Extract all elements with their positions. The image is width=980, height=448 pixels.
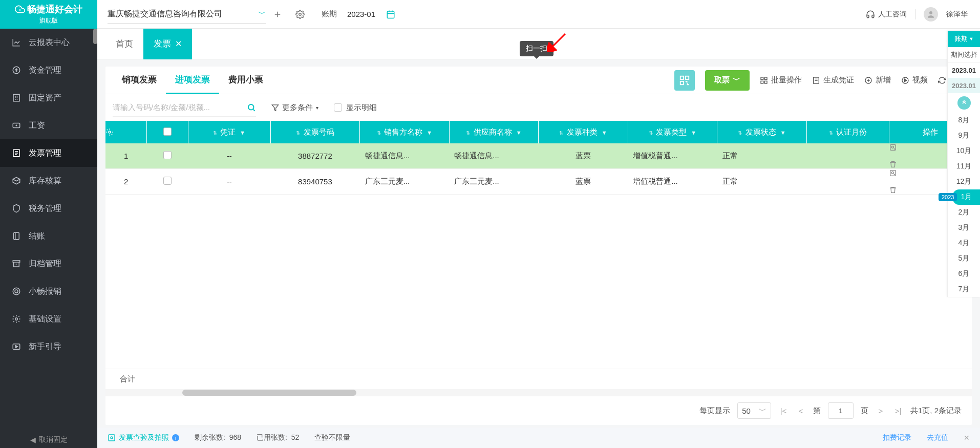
page-suffix: 页 <box>861 406 868 416</box>
column-header[interactable]: ⇅ 发票类型 ▼ <box>628 121 717 143</box>
month-item[interactable]: 5月 <box>948 251 980 266</box>
horizontal-scrollbar[interactable] <box>105 389 972 396</box>
sort-icon: ⇅ <box>377 130 381 136</box>
video-button[interactable]: 视频 <box>901 75 928 85</box>
sidebar-item-close-book[interactable]: 结账 <box>0 222 97 250</box>
column-header[interactable]: ⇅ 发票状态 ▼ <box>717 121 807 143</box>
svg-point-32 <box>109 131 111 133</box>
period-year-from[interactable]: 2023.01 <box>948 62 980 78</box>
column-header[interactable]: ⇅ 供应商名称 ▼ <box>449 121 539 143</box>
calendar-icon[interactable] <box>385 8 397 20</box>
svg-rect-1 <box>387 11 394 18</box>
fetch-invoice-button[interactable]: 取票﹀ <box>705 70 750 91</box>
filter-icon[interactable]: ▼ <box>602 130 607 136</box>
filter-icon[interactable]: ▼ <box>780 130 786 136</box>
close-icon[interactable]: ✕ <box>175 39 182 49</box>
sidebar-item-tax[interactable]: 税务管理 <box>0 195 97 222</box>
period-panel-header-btn[interactable]: 账期▼ <box>948 31 980 47</box>
month-item[interactable]: 10月 <box>948 143 980 159</box>
company-selector[interactable]: 重庆畅捷交通信息咨询有限公司 ﹀ <box>108 5 266 24</box>
add-icon[interactable] <box>271 8 284 20</box>
sidebar-item-settings[interactable]: 基础设置 <box>0 305 97 333</box>
filter-icon[interactable]: ▼ <box>516 130 522 136</box>
month-item[interactable]: 12月 <box>948 174 980 189</box>
svg-rect-25 <box>764 81 767 83</box>
subtab-销项发票[interactable]: 销项发票 <box>113 67 166 94</box>
month-item[interactable]: 3月 <box>948 220 980 236</box>
cell-type: 增值税普通... <box>628 169 717 195</box>
month-item[interactable]: 1月2023 <box>953 189 980 205</box>
generate-voucher-button[interactable]: 生成凭证 <box>812 75 854 85</box>
more-conditions-button[interactable]: 更多条件▾ <box>271 103 318 113</box>
cell-status: 正常 <box>717 169 807 195</box>
sidebar-item-invoice[interactable]: 发票管理 <box>0 139 97 167</box>
logo[interactable]: 畅捷通好会计 旗舰版 <box>0 0 97 29</box>
filter-icon[interactable]: ▼ <box>240 130 245 136</box>
month-item[interactable]: 9月 <box>948 128 980 143</box>
search-icon[interactable] <box>247 103 256 112</box>
avatar-icon[interactable] <box>924 7 938 22</box>
annotation-arrow-icon <box>547 32 567 52</box>
filter-icon[interactable]: ▼ <box>691 130 696 136</box>
sidebar-item-label: 新手引导 <box>29 342 61 352</box>
column-settings-button[interactable] <box>105 121 147 143</box>
table-row[interactable]: 2--83940753广东三元麦...广东三元麦...蓝票增值税普通...正常 <box>105 169 972 195</box>
period-value[interactable]: 2023-01 <box>343 8 379 20</box>
show-detail-toggle[interactable]: 显示明细 <box>334 103 377 113</box>
sidebar-item-building[interactable]: 固定资产 <box>0 84 97 112</box>
support-link[interactable]: 人工咨询 <box>866 10 907 19</box>
subtab-进项发票[interactable]: 进项发票 <box>166 67 219 94</box>
scrollbar-thumb[interactable] <box>93 29 97 44</box>
sidebar-item-money[interactable]: 资金管理 <box>0 56 97 84</box>
column-header[interactable]: ⇅ 认证月份 <box>806 121 889 143</box>
cell-seller: 畅捷通信息... <box>360 143 450 169</box>
sidebar-item-stock[interactable]: 库存核算 <box>0 167 97 195</box>
scroll-up-button[interactable] <box>957 96 971 110</box>
sidebar-item-label: 云报表中心 <box>29 37 70 48</box>
month-item[interactable]: 4月 <box>948 236 980 251</box>
cell-status: 正常 <box>717 143 807 169</box>
batch-action-button[interactable]: 批量操作 <box>760 75 802 85</box>
next-page-button[interactable]: > <box>876 407 886 415</box>
cell-month <box>806 143 889 169</box>
page-input[interactable] <box>828 402 854 419</box>
table-row[interactable]: 1--38872772畅捷通信息...畅捷通信息...蓝票增值税普通...正常 <box>105 143 972 169</box>
user-name[interactable]: 徐泽华 <box>946 10 968 19</box>
filter-icon[interactable]: ▼ <box>427 130 432 136</box>
fee-record-link[interactable]: 扣费记录 <box>883 433 911 442</box>
month-item[interactable]: 2月 <box>948 205 980 220</box>
sidebar-item-archive[interactable]: 归档管理 <box>0 250 97 278</box>
period-year-to[interactable]: 2023.01 <box>948 78 980 93</box>
sidebar-item-reimburse[interactable]: 小畅报销 <box>0 278 97 305</box>
per-page-select[interactable]: 50﹀ <box>737 402 771 419</box>
month-item[interactable]: 6月 <box>948 266 980 282</box>
recharge-link[interactable]: 去充值 <box>927 433 948 442</box>
last-page-button[interactable]: >| <box>893 407 903 415</box>
month-item[interactable]: 7月 <box>948 282 980 297</box>
tab-label: 首页 <box>116 38 133 50</box>
column-header[interactable]: ⇅ 凭证 ▼ <box>188 121 270 143</box>
row-checkbox[interactable] <box>147 169 188 195</box>
tab-首页[interactable]: 首页 <box>105 29 143 59</box>
prev-page-button[interactable]: < <box>796 407 806 415</box>
month-item[interactable]: 11月 <box>948 159 980 174</box>
column-header[interactable]: ⇅ 销售方名称 ▼ <box>360 121 450 143</box>
subtab-费用小票[interactable]: 费用小票 <box>219 67 272 94</box>
month-item[interactable]: 8月 <box>948 113 980 128</box>
add-button[interactable]: 新增 <box>864 75 891 85</box>
row-checkbox[interactable] <box>147 143 188 169</box>
select-all-checkbox[interactable] <box>147 121 188 143</box>
column-header[interactable]: ⇅ 发票号码 <box>270 121 360 143</box>
sidebar-item-guide[interactable]: 新手引导 <box>0 333 97 360</box>
column-header[interactable]: ⇅ 发票种类 ▼ <box>539 121 628 143</box>
gear-icon[interactable] <box>294 8 306 20</box>
close-status-icon[interactable]: ✕ <box>964 434 970 442</box>
scrollbar-thumb[interactable] <box>182 390 356 396</box>
qr-scan-button[interactable] <box>674 70 695 91</box>
tab-发票[interactable]: 发票✕ <box>143 29 192 59</box>
sidebar-item-chart[interactable]: 云报表中心 <box>0 29 97 56</box>
first-page-button[interactable]: |< <box>778 407 789 415</box>
sidebar-unpin[interactable]: ◀ 取消固定 <box>0 433 97 447</box>
search-input[interactable] <box>113 103 247 112</box>
sidebar-item-salary[interactable]: 工资 <box>0 112 97 139</box>
